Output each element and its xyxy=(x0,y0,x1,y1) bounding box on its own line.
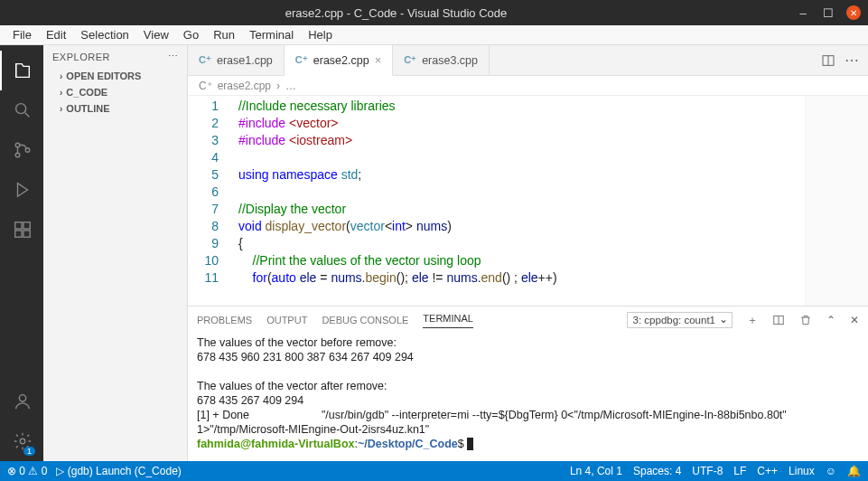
tab-erase2-cpp[interactable]: C⁺erase2.cpp× xyxy=(285,45,393,76)
menu-go[interactable]: Go xyxy=(176,28,206,42)
status-errors[interactable]: ⊗ 0 ⚠ 0 xyxy=(7,465,47,477)
sourcecontrol-icon[interactable] xyxy=(0,130,43,170)
more-icon[interactable]: ⋯ xyxy=(168,51,179,62)
menu-edit[interactable]: Edit xyxy=(39,28,73,42)
status-lang[interactable]: C++ xyxy=(757,465,778,477)
tab-label: erase1.cpp xyxy=(217,54,273,67)
svg-point-0 xyxy=(16,104,26,114)
cpp-icon: C⁺ xyxy=(199,54,211,66)
extensions-icon[interactable] xyxy=(0,210,43,250)
window-title: erase2.cpp - C_Code - Visual Studio Code xyxy=(7,6,785,20)
svg-rect-6 xyxy=(15,231,22,237)
panel: PROBLEMSOUTPUTDEBUG CONSOLETERMINAL3: cp… xyxy=(188,306,868,461)
chevron-right-icon: › xyxy=(60,104,62,114)
code-content[interactable]: //Include necessary libraries#include <v… xyxy=(231,96,805,306)
menu-terminal[interactable]: Terminal xyxy=(242,28,301,42)
panel-tab-terminal[interactable]: TERMINAL xyxy=(423,313,473,328)
gear-icon[interactable]: 1 xyxy=(0,421,43,461)
terminal-selector[interactable]: 3: cppdbg: count1 xyxy=(627,312,733,328)
sidebar-header: EXPLORER ⋯ xyxy=(43,45,187,68)
chevron-up-icon[interactable]: ⌃ xyxy=(826,314,835,326)
status-spaces[interactable]: Spaces: 4 xyxy=(633,465,681,477)
svg-rect-4 xyxy=(15,222,22,229)
tab-label: erase2.cpp xyxy=(313,54,369,67)
new-terminal-icon[interactable]: ＋ xyxy=(747,313,758,328)
status-ln[interactable]: Ln 4, Col 1 xyxy=(570,465,622,477)
account-icon[interactable] xyxy=(0,382,43,421)
sidebar-section-open-editors[interactable]: ›OPEN EDITORS xyxy=(43,68,187,84)
svg-point-8 xyxy=(19,395,25,401)
search-icon[interactable] xyxy=(0,90,43,130)
status-enc[interactable]: UTF-8 xyxy=(692,465,723,477)
chevron-right-icon: › xyxy=(60,88,62,98)
more-actions-icon[interactable]: ⋯ xyxy=(845,52,859,69)
tabbar: C⁺erase1.cppC⁺erase2.cpp×C⁺erase3.cpp ⋯ xyxy=(188,45,868,76)
run-icon[interactable] xyxy=(0,170,43,210)
split-terminal-icon[interactable] xyxy=(772,314,785,326)
trash-icon[interactable] xyxy=(799,314,812,326)
close-tab-icon[interactable]: × xyxy=(375,53,382,67)
svg-rect-5 xyxy=(23,222,30,229)
menu-file[interactable]: File xyxy=(5,28,39,42)
statusbar: ⊗ 0 ⚠ 0 ▷ (gdb) Launch (C_Code) Ln 4, Co… xyxy=(0,461,868,481)
panel-close-icon[interactable]: ✕ xyxy=(850,314,859,326)
bell-icon[interactable]: 🔔 xyxy=(847,465,861,477)
minimize-button[interactable]: – xyxy=(796,5,810,20)
cpp-icon: C⁺ xyxy=(295,54,308,66)
status-os[interactable]: Linux xyxy=(789,465,815,477)
cpp-icon: C⁺ xyxy=(404,54,416,66)
status-launch[interactable]: ▷ (gdb) Launch (C_Code) xyxy=(56,465,181,477)
panel-tab-output[interactable]: OUTPUT xyxy=(266,315,307,325)
tab-label: erase3.cpp xyxy=(422,54,478,67)
split-editor-icon[interactable] xyxy=(821,53,835,68)
menu-help[interactable]: Help xyxy=(301,28,340,42)
panel-tab-debug-console[interactable]: DEBUG CONSOLE xyxy=(322,315,408,325)
sidebar-section-c_code[interactable]: ›C_CODE xyxy=(43,84,187,100)
svg-point-3 xyxy=(25,148,30,153)
terminal-body[interactable]: The values of the vector before remove:6… xyxy=(188,334,868,461)
settings-badge: 1 xyxy=(23,447,35,456)
feedback-icon[interactable]: ☺ xyxy=(826,465,836,477)
breadcrumb-rest: … xyxy=(285,80,296,92)
explorer-icon[interactable] xyxy=(0,51,43,90)
svg-rect-7 xyxy=(23,231,30,237)
svg-point-9 xyxy=(20,439,25,444)
tab-erase1-cpp[interactable]: C⁺erase1.cpp xyxy=(188,45,285,75)
sidebar-title: EXPLORER xyxy=(52,52,168,62)
panel-tabs: PROBLEMSOUTPUTDEBUG CONSOLETERMINAL3: cp… xyxy=(188,307,868,334)
tab-erase3-cpp[interactable]: C⁺erase3.cpp xyxy=(393,45,490,75)
panel-tab-problems[interactable]: PROBLEMS xyxy=(197,315,252,325)
titlebar: erase2.cpp - C_Code - Visual Studio Code… xyxy=(0,0,868,25)
maximize-button[interactable]: ☐ xyxy=(821,5,835,20)
menu-selection[interactable]: Selection xyxy=(73,28,135,42)
code-editor[interactable]: 1234567891011 //Include necessary librar… xyxy=(188,96,868,306)
cpp-icon: C⁺ xyxy=(199,80,212,92)
activitybar: 1 xyxy=(0,45,43,461)
chevron-right-icon: › xyxy=(276,80,280,92)
close-button[interactable]: ✕ xyxy=(846,5,861,20)
menubar: FileEditSelectionViewGoRunTerminalHelp xyxy=(0,25,868,45)
breadcrumb[interactable]: C⁺ erase2.cpp › … xyxy=(188,76,868,96)
status-eol[interactable]: LF xyxy=(733,465,746,477)
menu-run[interactable]: Run xyxy=(206,28,242,42)
tab-actions: ⋯ xyxy=(812,45,868,75)
menu-view[interactable]: View xyxy=(136,28,176,42)
line-gutter: 1234567891011 xyxy=(188,96,231,306)
sidebar: EXPLORER ⋯ ›OPEN EDITORS›C_CODE›OUTLINE xyxy=(43,45,188,461)
breadcrumb-file: erase2.cpp xyxy=(218,80,271,92)
chevron-right-icon: › xyxy=(60,71,62,81)
svg-point-2 xyxy=(15,153,20,157)
minimap[interactable] xyxy=(805,96,868,306)
svg-point-1 xyxy=(15,143,20,147)
sidebar-section-outline[interactable]: ›OUTLINE xyxy=(43,100,187,117)
